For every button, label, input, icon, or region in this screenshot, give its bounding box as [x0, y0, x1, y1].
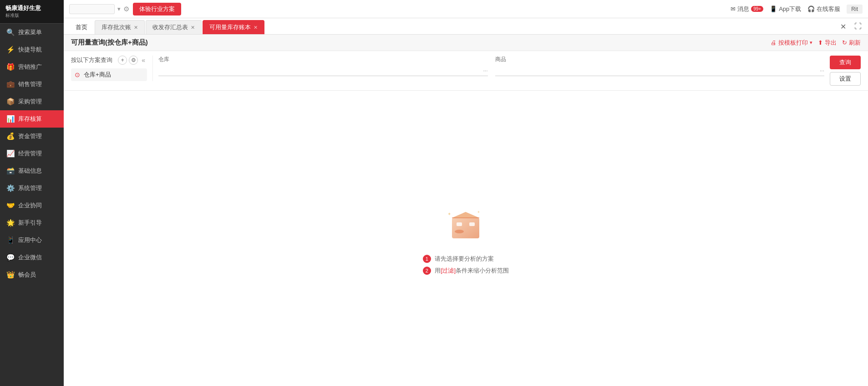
print-dropdown-icon[interactable]: ▾: [810, 40, 812, 46]
industry-solution-button[interactable]: 体验行业方案: [133, 3, 181, 15]
sidebar-item-采购管理[interactable]: 📦采购管理: [0, 93, 64, 110]
sidebar-item-经营管理[interactable]: 📈经营管理: [0, 145, 64, 162]
tab-收发存汇总表[interactable]: 收发存汇总表✕: [146, 20, 202, 34]
sidebar-icon-14: 👑: [6, 271, 15, 279]
sidebar-icon-1: ⚡: [6, 46, 15, 54]
filter-input-1[interactable]: [495, 67, 820, 74]
expand-tab-button[interactable]: ⛶: [852, 21, 864, 31]
sidebar-item-label-7: 经营管理: [18, 149, 42, 158]
tab-close-icon-1[interactable]: ✕: [134, 25, 138, 31]
sidebar-icon-0: 🔍: [6, 28, 15, 36]
filter-buttons: 查询 设置: [830, 56, 861, 86]
filter-scheme-label: 按以下方案查询: [71, 56, 112, 64]
sidebar-icon-9: ⚙️: [6, 184, 15, 192]
main-area: ▾ ⚙ 体验行业方案 ✉ 消息 99+ 📱 App下载 🎧 在线客服 Rit 首…: [64, 0, 868, 386]
online-service-item[interactable]: 🎧 在线客服: [807, 5, 840, 13]
sidebar: 畅康通好生意 标准版 🔍搜索菜单⚡快捷导航🎁营销推广💼销售管理📦采购管理📊库存核…: [0, 0, 64, 386]
sidebar-item-label-2: 营销推广: [18, 63, 42, 71]
filter-field-input-0: ···: [158, 65, 488, 76]
export-action[interactable]: ⬆ 导出: [818, 39, 837, 47]
tab-close-icon-3[interactable]: ✕: [254, 25, 258, 31]
app-download-item[interactable]: 📱 App下载: [770, 5, 801, 13]
tab-label-3: 可用量库存账本: [209, 23, 251, 31]
more-options-button-1[interactable]: ···: [820, 67, 824, 74]
sidebar-icon-2: 🎁: [6, 63, 15, 71]
scheme-item-0[interactable]: ⊙仓库+商品: [71, 68, 147, 81]
sidebar-icon-11: 🌟: [6, 219, 15, 227]
filter-input-0[interactable]: [158, 67, 483, 74]
empty-illustration: ✦ ✦: [443, 202, 488, 247]
close-tab-button[interactable]: ✕: [838, 21, 849, 31]
tab-label-2: 收发存汇总表: [152, 23, 188, 31]
search-input[interactable]: [69, 4, 115, 14]
sidebar-item-营销推广[interactable]: 🎁营销推广: [0, 58, 64, 76]
scheme-icon-0: ⊙: [75, 71, 80, 78]
svg-rect-4: [469, 222, 475, 226]
collapse-schemes-button[interactable]: «: [140, 56, 147, 65]
sidebar-item-label-3: 销售管理: [18, 80, 42, 88]
tab-可用量库存账本[interactable]: 可用量库存账本✕: [203, 20, 264, 34]
sidebar-item-资金管理[interactable]: 💰资金管理: [0, 128, 64, 145]
message-icon: ✉: [731, 5, 736, 12]
refresh-label: 刷新: [849, 39, 861, 47]
filter-schemes-header: 按以下方案查询 + ⚙ «: [71, 56, 147, 65]
sidebar-item-基础信息[interactable]: 🗃️基础信息: [0, 162, 64, 180]
tip-item-0: 1 请先选择要分析的方案: [423, 255, 509, 263]
mobile-icon: 📱: [770, 5, 777, 12]
user-name[interactable]: Rit: [847, 5, 863, 14]
sidebar-item-快捷导航[interactable]: ⚡快捷导航: [0, 41, 64, 58]
tip-num-1: 2: [423, 267, 431, 275]
tab-close-icon-2[interactable]: ✕: [191, 25, 195, 31]
sidebar-item-系统管理[interactable]: ⚙️系统管理: [0, 180, 64, 197]
sidebar-item-label-14: 畅会员: [18, 271, 36, 279]
svg-point-5: [455, 230, 464, 233]
dropdown-icon[interactable]: ▾: [117, 5, 121, 12]
message-label: 消息: [737, 5, 749, 13]
sidebar-item-label-12: 应用中心: [18, 236, 42, 244]
scheme-label-0: 仓库+商品: [84, 71, 111, 79]
sidebar-item-库存核算[interactable]: 📊库存核算: [0, 110, 64, 128]
settings-icon[interactable]: ⚙: [123, 5, 129, 13]
more-options-button-0[interactable]: ···: [483, 67, 487, 74]
filter-field-input-1: ···: [495, 65, 825, 76]
topbar-icons: ✉ 消息 99+ 📱 App下载 🎧 在线客服 Rit: [731, 5, 863, 14]
tabs-bar: 首页库存批次账✕收发存汇总表✕可用量库存账本✕ ✕ ⛶: [64, 18, 868, 35]
query-button[interactable]: 查询: [830, 56, 861, 69]
sidebar-item-新手引导[interactable]: 🌟新手引导: [0, 214, 64, 232]
sidebar-item-企业协同[interactable]: 🤝企业协同: [0, 197, 64, 214]
print-template-label: 按模板打印: [778, 39, 808, 47]
sidebar-item-label-9: 系统管理: [18, 184, 42, 192]
tab-库存批次账[interactable]: 库存批次账✕: [95, 20, 145, 34]
sidebar-item-搜索菜单[interactable]: 🔍搜索菜单: [0, 24, 64, 41]
tab-label-0: 首页: [76, 23, 87, 31]
filter-field-0: 仓库 ···: [158, 56, 488, 76]
sidebar-icon-3: 💼: [6, 80, 15, 88]
sidebar-item-label-11: 新手引导: [18, 219, 42, 227]
sidebar-item-label-8: 基础信息: [18, 167, 42, 175]
sidebar-icon-10: 🤝: [6, 201, 15, 210]
tip-text-1: 用[过滤]条件来缩小分析范围: [435, 267, 509, 275]
sidebar-item-销售管理[interactable]: 💼销售管理: [0, 76, 64, 93]
online-service-label: 在线客服: [817, 5, 840, 13]
filter-field-label-0: 仓库: [158, 56, 488, 63]
sidebar-item-label-0: 搜索菜单: [18, 28, 42, 36]
print-icon: 🖨: [771, 39, 777, 46]
sidebar-item-应用中心[interactable]: 📱应用中心: [0, 232, 64, 249]
sidebar-header: 畅康通好生意 标准版: [0, 0, 64, 24]
tabs-right-controls: ✕ ⛶: [838, 21, 864, 31]
svg-rect-0: [452, 218, 479, 238]
tab-首页[interactable]: 首页: [69, 21, 94, 34]
settings-button[interactable]: 设置: [830, 72, 861, 86]
sidebar-scroll: 🔍搜索菜单⚡快捷导航🎁营销推广💼销售管理📦采购管理📊库存核算💰资金管理📈经营管理…: [0, 24, 64, 386]
sidebar-item-畅会员[interactable]: 👑畅会员: [0, 266, 64, 283]
sidebar-item-企业微信[interactable]: 💬企业微信: [0, 249, 64, 266]
message-icon-item[interactable]: ✉ 消息 99+: [731, 5, 763, 13]
headset-icon: 🎧: [807, 5, 815, 12]
sidebar-icon-5: 📊: [6, 115, 15, 123]
add-scheme-button[interactable]: +: [118, 56, 127, 65]
print-template-action[interactable]: 🖨 按模板打印 ▾: [771, 39, 812, 47]
settings-scheme-button[interactable]: ⚙: [129, 56, 138, 65]
app-name: 畅康通好生意: [5, 5, 58, 12]
refresh-action[interactable]: ↻ 刷新: [842, 39, 861, 47]
empty-state: ✦ ✦ 1 请先选择要分析的方案 2 用[过滤]条件来缩小分析范围: [423, 202, 509, 275]
